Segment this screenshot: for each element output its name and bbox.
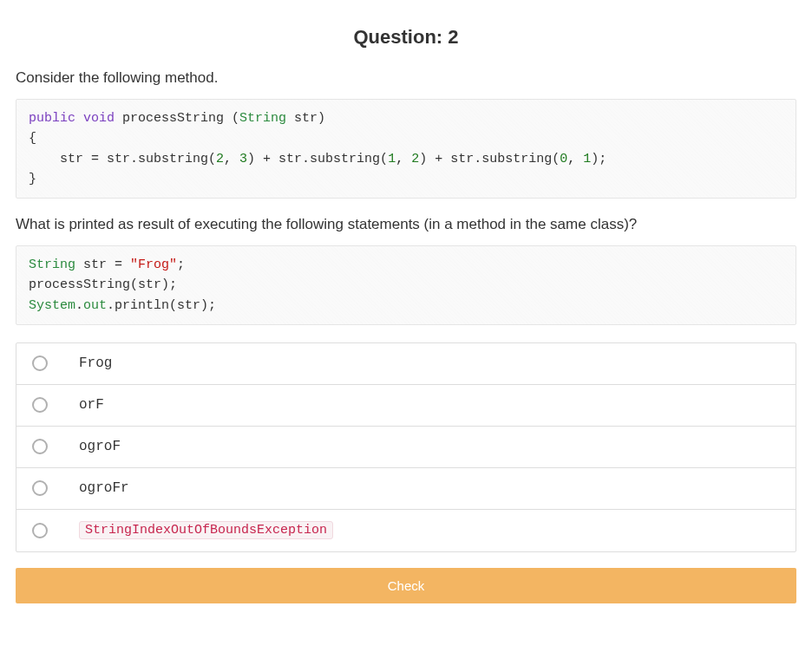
code-token: out [83, 298, 107, 313]
answer-option-0[interactable]: Frog [16, 343, 796, 385]
radio-icon [32, 480, 48, 496]
question-title: Question: 2 [16, 26, 796, 49]
code-token: , [224, 152, 239, 166]
code-token: 2 [216, 152, 224, 166]
code-token: ) + str.substring( [419, 152, 560, 166]
code-block-2: String str = "Frog"; processString(str);… [16, 245, 796, 325]
code-token: .println(str); [107, 298, 216, 313]
code-token: "Frog" [130, 258, 177, 272]
code-token: . [75, 298, 83, 313]
code-token: void [83, 111, 115, 126]
code-token: public [29, 111, 75, 126]
prompt-text-1: Consider the following method. [16, 69, 796, 87]
code-token: String [239, 111, 286, 126]
code-token: , [567, 152, 583, 166]
radio-icon [32, 439, 48, 454]
code-token: 3 [239, 152, 247, 166]
prompt-text-2: What is printed as result of executing t… [16, 216, 796, 233]
answer-option-4[interactable]: StringIndexOutOfBoundsException [16, 510, 796, 551]
code-token [75, 111, 83, 126]
radio-icon [32, 355, 48, 371]
code-token: 1 [388, 152, 396, 166]
answer-label: ogroF [79, 439, 121, 454]
answer-list: Frog orF ogroF ogroFr StringIndexOutOfBo… [16, 342, 796, 552]
code-token: , [396, 152, 411, 166]
radio-icon [32, 523, 48, 538]
code-token: processString ( [115, 111, 239, 126]
answer-option-1[interactable]: orF [16, 385, 796, 427]
code-block-1: public void processString (String str) {… [16, 99, 796, 199]
code-token: 0 [560, 152, 567, 166]
answer-label: ogroFr [79, 480, 129, 496]
radio-icon [32, 397, 48, 413]
code-token: 2 [411, 152, 419, 166]
answer-label: Frog [79, 355, 112, 371]
code-token: str = [75, 258, 130, 272]
answer-option-3[interactable]: ogroFr [16, 468, 796, 510]
code-token: 1 [583, 152, 591, 166]
answer-option-2[interactable]: ogroF [16, 427, 796, 468]
answer-label: orF [79, 397, 104, 413]
answer-label: StringIndexOutOfBoundsException [79, 521, 333, 539]
code-token: ) + str.substring( [247, 152, 388, 166]
question-container: Question: 2 Consider the following metho… [0, 0, 812, 619]
check-button[interactable]: Check [16, 568, 796, 603]
code-token: System [29, 298, 75, 313]
code-token: String [29, 258, 75, 272]
